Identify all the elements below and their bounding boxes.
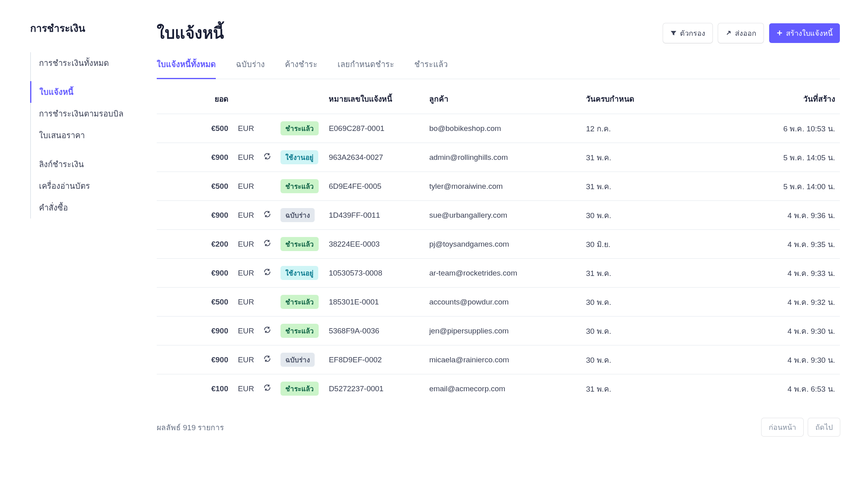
create-button-label: สร้างใบแจ้งหนี้ bbox=[786, 27, 833, 39]
th-invoice[interactable]: หมายเลขใบแจ้งหนี้ bbox=[324, 83, 424, 114]
recurring-icon bbox=[264, 355, 271, 362]
sidebar-item-2[interactable]: การชำระเงินตามรอบบิล bbox=[30, 103, 153, 125]
th-currency bbox=[233, 83, 259, 114]
cell-customer: admin@rollinghills.com bbox=[424, 143, 581, 172]
cell-due: 12 ก.ค. bbox=[581, 114, 674, 143]
cell-recurring bbox=[259, 201, 276, 230]
cell-recurring bbox=[259, 143, 276, 172]
cell-currency: EUR bbox=[233, 374, 259, 403]
create-invoice-button[interactable]: สร้างใบแจ้งหนี้ bbox=[769, 23, 840, 43]
cell-created: 4 พ.ค. 9:32 น. bbox=[674, 288, 840, 317]
header-actions: ตัวกรอง ส่งออก สร้างใบแจ้งหนี้ bbox=[663, 23, 840, 43]
export-icon bbox=[725, 30, 732, 36]
cell-customer: bo@bobikeshop.com bbox=[424, 114, 581, 143]
status-badge: ชำระแล้ว bbox=[280, 295, 319, 309]
sidebar-item-3[interactable]: ใบเสนอราคา bbox=[30, 125, 153, 146]
table-row[interactable]: €900EURฉบับร่าง1D439FF-0011sue@urbangall… bbox=[157, 201, 840, 230]
status-badge: ฉบับร่าง bbox=[280, 208, 315, 222]
cell-customer: pj@toysandgames.com bbox=[424, 230, 581, 259]
cell-customer: accounts@powdur.com bbox=[424, 288, 581, 317]
export-button[interactable]: ส่งออก bbox=[718, 23, 764, 43]
tab-4[interactable]: ชำระแล้ว bbox=[414, 58, 448, 79]
status-badge: ชำระแล้ว bbox=[280, 324, 319, 338]
cell-recurring bbox=[259, 259, 276, 288]
table-row[interactable]: €500EURชำระแล้ว6D9E4FE-0005tyler@moraiwi… bbox=[157, 172, 840, 201]
status-badge: ชำระแล้ว bbox=[280, 121, 319, 135]
next-page-button[interactable]: ถัดไป bbox=[808, 418, 840, 436]
sidebar-item-5[interactable]: เครื่องอ่านบัตร bbox=[30, 175, 153, 197]
table-row[interactable]: €900EURฉบับร่างEF8D9EF-0002micaela@raini… bbox=[157, 345, 840, 374]
recurring-icon bbox=[264, 239, 271, 247]
cell-created: 5 พ.ค. 14:00 น. bbox=[674, 172, 840, 201]
status-badge: ใช้งานอยู่ bbox=[280, 266, 318, 280]
cell-currency: EUR bbox=[233, 143, 259, 172]
table-row[interactable]: €100EURชำระแล้วD5272237-0001email@acmeco… bbox=[157, 374, 840, 403]
cell-status: ฉบับร่าง bbox=[276, 345, 324, 374]
recurring-icon bbox=[264, 384, 271, 391]
sidebar-spacer bbox=[31, 74, 153, 81]
cell-invoice: 5368F9A-0036 bbox=[324, 317, 424, 345]
sidebar-spacer bbox=[31, 146, 153, 153]
tab-0[interactable]: ใบแจ้งหนี้ทั้งหมด bbox=[157, 58, 216, 79]
cell-invoice: E069C287-0001 bbox=[324, 114, 424, 143]
page-title: ใบแจ้งหนี้ bbox=[157, 20, 224, 46]
sidebar-title: การชำระเงิน bbox=[28, 20, 153, 36]
sidebar-nav: การชำระเงินทั้งหมดใบแจ้งหนี้การชำระเงินต… bbox=[30, 52, 153, 219]
cell-amount: €900 bbox=[157, 259, 233, 288]
cell-due: 30 พ.ค. bbox=[581, 317, 674, 345]
filter-button[interactable]: ตัวกรอง bbox=[663, 23, 712, 43]
page-header: ใบแจ้งหนี้ ตัวกรอง ส่งออก bbox=[157, 20, 840, 46]
cell-created: 4 พ.ค. 9:30 น. bbox=[674, 317, 840, 345]
th-status bbox=[276, 83, 324, 114]
sidebar-item-0[interactable]: การชำระเงินทั้งหมด bbox=[30, 52, 153, 74]
cell-invoice: 1D439FF-0011 bbox=[324, 201, 424, 230]
cell-created: 4 พ.ค. 6:53 น. bbox=[674, 374, 840, 403]
plus-icon bbox=[776, 30, 783, 36]
table-row[interactable]: €500EURชำระแล้ว185301E-0001accounts@powd… bbox=[157, 288, 840, 317]
cell-due: 30 พ.ค. bbox=[581, 345, 674, 374]
cell-customer: tyler@moraiwine.com bbox=[424, 172, 581, 201]
cell-currency: EUR bbox=[233, 114, 259, 143]
cell-created: 6 พ.ค. 10:53 น. bbox=[674, 114, 840, 143]
th-customer[interactable]: ลูกค้า bbox=[424, 83, 581, 114]
filter-icon bbox=[670, 30, 677, 36]
sidebar-item-1[interactable]: ใบแจ้งหนี้ bbox=[30, 81, 153, 103]
cell-created: 4 พ.ค. 9:30 น. bbox=[674, 345, 840, 374]
cell-status: ใช้งานอยู่ bbox=[276, 143, 324, 172]
cell-due: 30 พ.ค. bbox=[581, 288, 674, 317]
cell-invoice: 6D9E4FE-0005 bbox=[324, 172, 424, 201]
tab-2[interactable]: ค้างชำระ bbox=[285, 58, 317, 79]
cell-amount: €900 bbox=[157, 143, 233, 172]
tab-3[interactable]: เลยกำหนดชำระ bbox=[338, 58, 394, 79]
cell-recurring bbox=[259, 230, 276, 259]
filter-button-label: ตัวกรอง bbox=[680, 27, 705, 39]
cell-customer: sue@urbangallery.com bbox=[424, 201, 581, 230]
th-created[interactable]: วันที่สร้าง bbox=[674, 83, 840, 114]
cell-recurring bbox=[259, 172, 276, 201]
cell-recurring bbox=[259, 288, 276, 317]
status-badge: ชำระแล้ว bbox=[280, 179, 319, 193]
table-row[interactable]: €500EURชำระแล้วE069C287-0001bo@bobikesho… bbox=[157, 114, 840, 143]
cell-status: ชำระแล้ว bbox=[276, 317, 324, 345]
cell-amount: €500 bbox=[157, 172, 233, 201]
cell-due: 31 พ.ค. bbox=[581, 374, 674, 403]
cell-recurring bbox=[259, 317, 276, 345]
th-due[interactable]: วันครบกำหนด bbox=[581, 83, 674, 114]
table-row[interactable]: €900EURใช้งานอยู่963A2634-0027admin@roll… bbox=[157, 143, 840, 172]
cell-amount: €900 bbox=[157, 201, 233, 230]
cell-status: ชำระแล้ว bbox=[276, 230, 324, 259]
cell-invoice: D5272237-0001 bbox=[324, 374, 424, 403]
cell-customer: email@acmecorp.com bbox=[424, 374, 581, 403]
sidebar-item-6[interactable]: คำสั่งซื้อ bbox=[30, 197, 153, 219]
th-recurring bbox=[259, 83, 276, 114]
table-row[interactable]: €900EURชำระแล้ว5368F9A-0036jen@pipersupp… bbox=[157, 317, 840, 345]
th-amount[interactable]: ยอด bbox=[157, 83, 233, 114]
cell-status: ชำระแล้ว bbox=[276, 374, 324, 403]
prev-page-button[interactable]: ก่อนหน้า bbox=[762, 418, 803, 436]
pagination: ก่อนหน้า ถัดไป bbox=[762, 418, 840, 436]
table-row[interactable]: €900EURใช้งานอยู่10530573-0008ar-team@ro… bbox=[157, 259, 840, 288]
tab-1[interactable]: ฉบับร่าง bbox=[236, 58, 265, 79]
cell-created: 5 พ.ค. 14:05 น. bbox=[674, 143, 840, 172]
sidebar-item-4[interactable]: ลิงก์ชำระเงิน bbox=[30, 153, 153, 175]
table-row[interactable]: €200EURชำระแล้ว38224EE-0003pj@toysandgam… bbox=[157, 230, 840, 259]
